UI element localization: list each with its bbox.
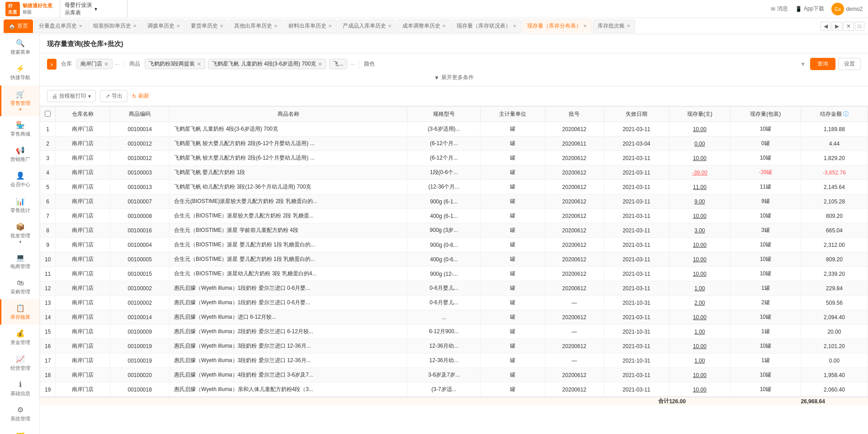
tab-close-icon[interactable]: ✕: [220, 24, 223, 28]
row-spec: 900g (12-...: [407, 267, 481, 281]
row-stock-main[interactable]: 1.00: [669, 325, 730, 339]
export-button[interactable]: ↗ 导出: [100, 90, 127, 102]
sidebar-item-ecommerce[interactable]: 💻 电商管理: [0, 249, 39, 274]
tab-next-button[interactable]: ▶: [832, 22, 842, 31]
row-stock-main[interactable]: 10.00: [669, 382, 730, 397]
tab-close-icon[interactable]: ✕: [133, 24, 137, 28]
tab-close-icon[interactable]: ✕: [328, 24, 332, 28]
row-stock-main[interactable]: 10.00: [669, 238, 730, 252]
expand-more-row[interactable]: ▼ 展开更多条件: [47, 74, 861, 81]
query-button[interactable]: 查询: [810, 58, 835, 70]
row-unit: 罐: [481, 368, 545, 382]
sidebar-item-label: 零售商城: [10, 131, 30, 137]
row-stock-main[interactable]: 1.00: [669, 281, 730, 296]
row-balance: 1,829.20: [801, 151, 868, 165]
remove-product-tag-1[interactable]: ✕: [197, 61, 201, 67]
collapse-icon[interactable]: ▼: [800, 61, 806, 67]
product-tag-3: 飞...: [329, 59, 347, 69]
col-checkbox[interactable]: [40, 107, 56, 122]
row-stock-main[interactable]: 2.00: [669, 296, 730, 310]
tab-close-icon[interactable]: ✕: [274, 24, 278, 28]
tab-other-out[interactable]: 其他出库单历史 ✕: [229, 19, 283, 33]
export-icon: ↗: [105, 93, 110, 99]
tab-home[interactable]: 🏠 首页: [4, 19, 33, 33]
user-avatar[interactable]: Ea demo2: [831, 3, 863, 15]
row-stock-main[interactable]: 11.00: [669, 180, 730, 194]
col-name: 商品名称: [169, 107, 407, 122]
row-name: 飞鹤星飞帆 较大婴儿配方奶粉 2段(6-12个月婴幼儿适用) ...: [169, 151, 407, 165]
row-balance: 2,060.40: [801, 382, 868, 397]
sidebar-item-search[interactable]: 🔍 搜索英单: [0, 34, 39, 60]
tab-stock-dist[interactable]: 现存量（库存分布表） ✕: [522, 19, 592, 33]
sidebar-item-purchase[interactable]: 🛍 采购管理: [0, 274, 39, 299]
store-selector[interactable]: 母婴行业演示库表 ▾: [60, 0, 127, 19]
row-no: 18: [40, 368, 56, 382]
sidebar-item-finance[interactable]: 💰 资金管理: [0, 325, 39, 350]
sidebar-item-retail-stats[interactable]: 📊 零售统计: [0, 193, 39, 218]
tab-close-icon[interactable]: ✕: [583, 24, 587, 28]
row-stock-main[interactable]: 10.00: [669, 122, 730, 137]
tab-require[interactable]: 要货单历史 ✕: [186, 19, 228, 33]
row-stock-main[interactable]: 10.00: [669, 310, 730, 325]
balance-info-icon[interactable]: ⓘ: [843, 111, 849, 117]
table-row: 3 南岸门店 00100012 飞鹤星飞帆 较大婴儿配方奶粉 2段(6-12个月…: [40, 151, 868, 165]
sidebar-item-operation[interactable]: 📈 经营管理: [0, 350, 39, 376]
sidebar-item-basic[interactable]: ℹ 基础信息: [0, 376, 39, 401]
tab-close-icon[interactable]: ✕: [442, 24, 446, 28]
print-button[interactable]: 🖨 按模板打印 ▾: [47, 90, 96, 102]
tab-close-icon[interactable]: ✕: [513, 24, 516, 28]
sidebar-item-wholesale[interactable]: 📦 批发管理 ▼: [0, 218, 39, 249]
tab-close-icon[interactable]: ✕: [79, 24, 82, 28]
tab-batch-ledger[interactable]: 库存批次账 ✕: [593, 19, 635, 33]
row-batch: 20200611: [545, 137, 604, 151]
remove-warehouse-tag[interactable]: ✕: [104, 61, 108, 67]
tab-prev-button[interactable]: ◀: [821, 22, 831, 31]
row-stock-main[interactable]: -39.00: [669, 165, 730, 180]
tab-maximize-button[interactable]: □: [855, 22, 864, 31]
row-stock-main[interactable]: 9.00: [669, 194, 730, 209]
filter-more-icon[interactable]: ···: [115, 61, 120, 67]
remove-product-tag-2[interactable]: ✕: [318, 61, 322, 67]
app-download-button[interactable]: 📱 App下载: [795, 5, 824, 13]
tab-material-out[interactable]: 材料出库单历史 ✕: [283, 19, 337, 33]
row-stock-main[interactable]: 10.00: [669, 267, 730, 281]
sidebar-item-enterprise[interactable]: 🤝 企业协同: [0, 426, 39, 434]
tab-cost-adj[interactable]: 成本调整单历史 ✕: [397, 19, 451, 33]
sidebar-item-member[interactable]: 👤 会员中心: [0, 167, 39, 192]
tab-close-icon[interactable]: ✕: [176, 24, 180, 28]
tab-close-all-button[interactable]: ✕: [843, 22, 854, 31]
sidebar-item-shortcut[interactable]: ⚡ 快捷导航: [0, 60, 39, 85]
row-expire: 2021-03-11: [604, 368, 670, 382]
row-stock-main[interactable]: 10.00: [669, 151, 730, 165]
refresh-button[interactable]: ↻ 刷新: [132, 92, 149, 100]
sidebar-item-inventory[interactable]: 📋 库存核算: [0, 299, 39, 325]
expand-filter-button[interactable]: ›: [47, 59, 57, 70]
row-stock-main[interactable]: 0.00: [669, 137, 730, 151]
row-stock-main[interactable]: 10.00: [669, 209, 730, 223]
sidebar-item-retail-mgmt[interactable]: 🛒 零售管理 ▼: [0, 85, 39, 116]
row-stock-main[interactable]: 10.00: [669, 368, 730, 382]
row-stock-main[interactable]: 1.00: [669, 354, 730, 368]
settings-button[interactable]: 设置: [838, 58, 861, 70]
tab-close-icon[interactable]: ✕: [388, 24, 392, 28]
messages-button[interactable]: ✉ 消息: [771, 5, 788, 13]
tab-allocate[interactable]: 调拨单历史 ✕: [142, 19, 185, 33]
main-layout: 🔍 搜索英单 ⚡ 快捷导航 🛒 零售管理 ▼ 🏪 零售商城 📢 营销推广 👤 会…: [0, 34, 868, 434]
expand-more-label: 展开更多条件: [441, 74, 474, 81]
select-all-checkbox[interactable]: [45, 111, 51, 117]
tab-disassemble[interactable]: 组装拆卸单历史 ✕: [88, 19, 142, 33]
tab-split[interactable]: 分量盘点单历史 ✕: [34, 19, 87, 33]
tab-stock-status[interactable]: 现存量（库存状况表） ✕: [452, 19, 521, 33]
row-stock-pack: 10罐: [730, 252, 801, 267]
sidebar-item-retail-shop[interactable]: 🏪 零售商城: [0, 116, 39, 142]
sidebar-item-marketing[interactable]: 📢 营销推广: [0, 142, 39, 167]
row-stock-main[interactable]: 10.00: [669, 339, 730, 354]
row-stock-main[interactable]: 3.00: [669, 223, 730, 238]
tab-close-icon[interactable]: ✕: [627, 24, 630, 28]
print-dropdown-icon[interactable]: ▾: [88, 93, 91, 99]
row-stock-main[interactable]: 10.00: [669, 252, 730, 267]
table-row: 12 南岸门店 00100002 惠氏启朦（Wyeth illuma）1段奶粉 …: [40, 281, 868, 296]
product-filter-more[interactable]: ···: [350, 61, 354, 67]
sidebar-item-system[interactable]: ⚙ 系统管理: [0, 401, 39, 426]
tab-product-in[interactable]: 产成品入库单历史 ✕: [338, 19, 396, 33]
